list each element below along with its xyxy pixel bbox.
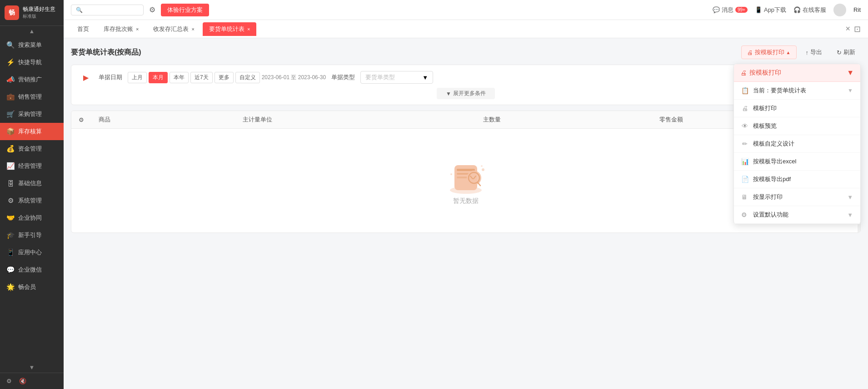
dropdown-title: 按模板打印	[749, 69, 781, 77]
tab-receipt-summary[interactable]: 收发存汇总表 ×	[147, 22, 200, 36]
sidebar-item-label: 销售管理	[18, 93, 42, 101]
sidebar-item-marketing[interactable]: 📣 营销推广	[0, 71, 64, 88]
tab-close-icon[interactable]: ×	[136, 26, 139, 32]
collab-nav-icon: 🤝	[6, 214, 15, 222]
tabs-bar: 首页 库存批次账 × 收发存汇总表 × 要货单统计表 × × ⊡	[64, 20, 868, 38]
sidebar-item-label: 库存核算	[18, 127, 42, 136]
dropdown-item-export-excel[interactable]: 📊 按模板导出excel	[734, 153, 860, 171]
print-icon: 🖨	[747, 49, 753, 56]
dropdown-item-template-design[interactable]: ✏ 模板自定义设计	[734, 135, 860, 153]
logo-icon: 畅	[5, 5, 19, 20]
sidebar-item-system[interactable]: ⚙ 系统管理	[0, 192, 64, 209]
tab-label: 要货单统计表	[209, 25, 244, 33]
chevron-down-icon: ▼	[446, 91, 451, 97]
sidebar: 畅 畅康通好生意 标准版 ▲ 🔍 搜索菜单 ⚡ 快捷导航 📣 营销推广 💼 销售…	[0, 0, 64, 389]
search-icon: 🔍	[76, 7, 83, 13]
display-print-icon: 🖥	[741, 193, 748, 201]
sidebar-item-search[interactable]: 🔍 搜索菜单	[0, 36, 64, 54]
mute-icon[interactable]: 🔇	[19, 378, 26, 384]
tab-home[interactable]: 首页	[71, 22, 95, 36]
date-btn-last-month[interactable]: 上月	[128, 72, 147, 83]
global-search[interactable]: 🔍	[71, 5, 144, 15]
export-btn[interactable]: ↑ 导出	[800, 46, 828, 59]
refresh-btn[interactable]: ↻ 刷新	[831, 46, 861, 59]
sales-nav-icon: 💼	[6, 93, 15, 101]
app-download-btn[interactable]: 📱 App下载	[755, 6, 786, 14]
scroll-up-btn[interactable]: ▲	[0, 26, 64, 36]
section-arrow-icon: ▼	[847, 212, 853, 218]
dropdown-section-display-print[interactable]: 🖥 按显示打印 ▼	[734, 188, 860, 206]
sidebar-item-apps[interactable]: 📱 应用中心	[0, 244, 64, 261]
date-btn-more[interactable]: 更多	[215, 72, 234, 83]
tab-order-stats[interactable]: 要货单统计表 ×	[203, 22, 256, 36]
tab-label: 收发存汇总表	[153, 25, 189, 33]
col-unit: 主计量单位	[235, 111, 476, 129]
date-btn-custom[interactable]: 自定义	[235, 72, 260, 83]
sidebar-item-quick[interactable]: ⚡ 快捷导航	[0, 54, 64, 71]
avatar[interactable]	[833, 4, 846, 16]
settings-col-icon[interactable]: ⚙	[79, 116, 84, 123]
tab-close-all-btn[interactable]: ×	[845, 24, 850, 34]
settings-icon[interactable]: ⚙	[6, 378, 12, 384]
date-btn-this-year[interactable]: 本年	[170, 72, 189, 83]
service-icon: 🎧	[793, 6, 801, 13]
online-service-btn[interactable]: 🎧 在线客服	[793, 6, 826, 14]
dropdown-current-item[interactable]: 📋 当前：要货单统计表 ▼	[734, 82, 860, 100]
sidebar-item-inventory[interactable]: 📦 库存核算	[0, 123, 64, 140]
topbar: 🔍 ⚙ 体验行业方案 💬 消息 99+ 📱 App下载 🎧 在线客服 Rit	[64, 0, 868, 20]
print-template-btn[interactable]: 🖨 按模板打印 ▲	[741, 45, 797, 59]
sidebar-item-member[interactable]: 🌟 畅会员	[0, 278, 64, 296]
type-select-text: 要货单类型	[365, 73, 395, 81]
message-btn[interactable]: 💬 消息 99+	[713, 6, 748, 14]
expand-more-btn[interactable]: ▼ 展开更多条件	[437, 88, 495, 99]
tab-close-icon[interactable]: ×	[191, 26, 194, 32]
col-quantity: 主数量	[476, 111, 652, 129]
export-excel-icon: 📊	[741, 158, 748, 165]
sidebar-item-collab[interactable]: 🤝 企业协同	[0, 209, 64, 227]
sidebar-item-guide[interactable]: 🎓 新手引导	[0, 227, 64, 244]
default-settings-icon: ⚙	[741, 211, 748, 218]
dropdown-close-btn[interactable]: ▼	[847, 69, 854, 77]
sidebar-item-label: 企业微信	[18, 266, 42, 274]
app-logo: 畅 畅康通好生意 标准版	[0, 0, 64, 26]
dropdown-item-label: 模板打印	[753, 104, 777, 112]
svg-point-12	[481, 165, 483, 167]
page-title: 要货单统计表(按商品)	[71, 48, 141, 57]
sidebar-item-label: 企业协同	[18, 214, 42, 222]
scroll-down-btn[interactable]: ▼	[0, 362, 64, 373]
svg-point-10	[482, 168, 484, 171]
system-nav-icon: ⚙	[6, 197, 15, 205]
sidebar-item-label: 经营管理	[18, 162, 42, 170]
finance-nav-icon: 💰	[6, 145, 15, 153]
operation-nav-icon: 📈	[6, 162, 15, 170]
tab-close-icon[interactable]: ×	[247, 26, 250, 32]
sidebar-item-finance[interactable]: 💰 资金管理	[0, 140, 64, 157]
dropdown-item-template-print[interactable]: 🖨 模板打印	[734, 100, 860, 117]
sidebar-item-label: 畅会员	[18, 283, 36, 291]
sidebar-item-operation[interactable]: 📈 经营管理	[0, 157, 64, 175]
tab-label: 库存批次账	[104, 25, 133, 33]
empty-text: 暂无数据	[453, 197, 479, 205]
quick-nav-icon: ⚡	[6, 58, 15, 66]
sidebar-item-wechat[interactable]: 💬 企业微信	[0, 261, 64, 278]
sidebar-item-purchase[interactable]: 🛒 采购管理	[0, 106, 64, 123]
dropdown-section-default-settings[interactable]: ⚙ 设置默认功能 ▼	[734, 206, 860, 224]
tab-maximize-btn[interactable]: ⊡	[854, 24, 861, 34]
dropdown-item-template-preview[interactable]: 👁 模板预览	[734, 117, 860, 135]
experience-btn[interactable]: 体验行业方案	[161, 4, 209, 16]
main-nav: 🔍 搜索菜单 ⚡ 快捷导航 📣 营销推广 💼 销售管理 🛒 采购管理 📦 库存核…	[0, 36, 64, 362]
type-select[interactable]: 要货单类型 ▼	[360, 71, 433, 84]
filter-expand-left-btn[interactable]: ▶	[79, 71, 93, 84]
date-btn-this-month[interactable]: 本月	[149, 72, 168, 83]
tab-batch-account[interactable]: 库存批次账 ×	[97, 22, 145, 36]
dropdown-section-label: 设置默认功能	[753, 211, 788, 219]
content-area: 要货单统计表(按商品) 🖨 按模板打印 ▲ 🖨 按模板打印 ▼	[64, 38, 868, 389]
date-btn-7days[interactable]: 近7天	[190, 72, 213, 83]
settings-gear-icon[interactable]: ⚙	[149, 5, 155, 14]
dropdown-item-export-pdf[interactable]: 📄 按模板导出pdf	[734, 171, 860, 188]
sidebar-item-sales[interactable]: 💼 销售管理	[0, 88, 64, 106]
current-arrow-icon: ▼	[848, 87, 853, 94]
marketing-nav-icon: 📣	[6, 76, 15, 84]
message-badge: 99+	[735, 7, 748, 13]
sidebar-item-basic[interactable]: 🗄 基础信息	[0, 175, 64, 192]
